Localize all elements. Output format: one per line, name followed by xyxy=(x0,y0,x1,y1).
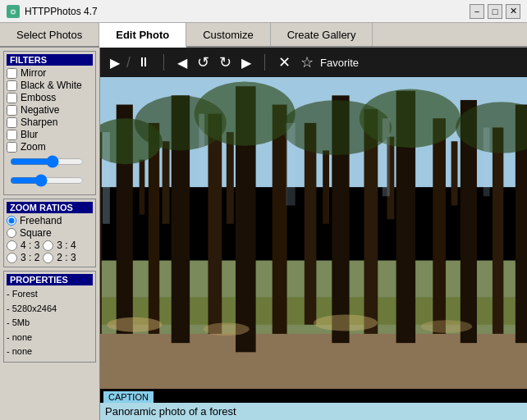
zoom-ratios-section: ZOOM RATIOS Freehand Square 4 : 3 3 : 4 … xyxy=(3,199,96,267)
svg-point-33 xyxy=(421,320,473,333)
svg-point-30 xyxy=(108,317,163,332)
forest-image xyxy=(100,77,527,389)
left-panel: FILTERS Mirror Black & White Emboss Nega… xyxy=(0,48,100,420)
title-bar: HTTPPhotos 4.7 − □ ✕ xyxy=(0,0,527,23)
zoom-32-label: 3 : 2 xyxy=(21,252,39,263)
right-panel: ▶ / ⏸ ◀ ↺ ↻ ▶ ✕ ☆ Favorite xyxy=(100,48,527,420)
contrast-slider-container xyxy=(7,173,93,190)
minimize-button[interactable]: − xyxy=(470,4,484,19)
svg-point-36 xyxy=(195,82,296,146)
tab-select-photos[interactable]: Select Photos xyxy=(0,23,99,46)
maximize-button[interactable]: □ xyxy=(488,4,502,19)
svg-rect-43 xyxy=(383,118,390,196)
action-controls: ✕ ☆ Favorite xyxy=(275,52,359,73)
rotate-left-button[interactable]: ↺ xyxy=(194,52,213,73)
playback-controls: ▶ / ⏸ xyxy=(107,53,154,72)
prop-extra2: - none xyxy=(7,345,93,359)
caption-area: CAPTION xyxy=(100,389,527,420)
filter-blur-label: Blur xyxy=(21,129,38,140)
contrast-slider[interactable] xyxy=(10,175,84,186)
nav-tabs: Select Photos Edit Photo Customize Creat… xyxy=(0,23,527,48)
filters-section: FILTERS Mirror Black & White Emboss Nega… xyxy=(3,51,96,195)
zoom-freehand-radio[interactable] xyxy=(7,216,16,226)
svg-rect-11 xyxy=(140,160,145,215)
filter-mirror-checkbox[interactable] xyxy=(7,68,17,79)
zoom-freehand-label: Freehand xyxy=(20,215,62,226)
zoom-32-radio[interactable] xyxy=(7,253,17,263)
zoom-43-label: 4 : 3 xyxy=(21,240,39,251)
tab-edit-photo[interactable]: Edit Photo xyxy=(99,23,186,48)
properties-section: PROPERTIES - Forest - 5280x2464 - 5Mb - … xyxy=(3,271,96,363)
zoom-43-radio[interactable] xyxy=(7,240,17,251)
svg-point-31 xyxy=(204,323,250,336)
filter-sharpen-label: Sharpen xyxy=(21,116,57,128)
close-button[interactable]: ✕ xyxy=(506,4,520,19)
app-title: HTTPPhotos 4.7 xyxy=(25,6,98,17)
playback-sep: / xyxy=(126,54,131,71)
brightness-slider-container xyxy=(7,154,93,171)
filter-zoom-label: Zoom xyxy=(21,141,46,153)
caption-input[interactable] xyxy=(100,403,527,420)
zoom-ratios-header: ZOOM RATIOS xyxy=(7,202,93,213)
brightness-slider[interactable] xyxy=(10,156,84,167)
filter-blur: Blur xyxy=(7,129,93,140)
tab-create-gallery[interactable]: Create Gallery xyxy=(271,23,373,46)
properties-list: - Forest - 5280x2464 - 5Mb - none - none xyxy=(7,287,93,359)
zoom-23-radio[interactable] xyxy=(43,253,53,263)
filter-emboss-checkbox[interactable] xyxy=(7,93,17,103)
filter-negative-label: Negative xyxy=(21,104,59,116)
zoom-square: Square xyxy=(7,227,93,239)
rotate-right-button[interactable]: ↻ xyxy=(216,52,235,73)
title-bar-controls: − □ ✕ xyxy=(470,4,520,19)
filter-bw: Black & White xyxy=(7,80,93,91)
main-content: FILTERS Mirror Black & White Emboss Nega… xyxy=(0,48,527,420)
svg-point-38 xyxy=(360,89,461,148)
svg-rect-42 xyxy=(286,123,295,206)
toolbar-divider-1 xyxy=(163,54,164,71)
navigation-controls: ◀ ↺ ↻ ▶ xyxy=(174,52,254,73)
filter-emboss-label: Emboss xyxy=(21,92,56,103)
filters-header: FILTERS xyxy=(7,54,93,66)
svg-point-2 xyxy=(12,11,15,13)
svg-rect-20 xyxy=(323,150,329,223)
prop-extra1: - none xyxy=(7,331,93,345)
toolbar-divider-2 xyxy=(264,54,265,71)
zoom-ratio-row-1: 4 : 3 3 : 4 xyxy=(7,240,93,251)
filter-bw-checkbox[interactable] xyxy=(7,80,17,91)
favorite-star-button[interactable]: ☆ xyxy=(297,52,317,73)
zoom-23-label: 2 : 3 xyxy=(57,252,76,263)
filter-negative: Negative xyxy=(7,104,93,116)
pause-button[interactable]: ⏸ xyxy=(134,53,154,71)
filter-blur-checkbox[interactable] xyxy=(7,130,17,140)
prev-button[interactable]: ◀ xyxy=(174,53,190,72)
filter-sharpen-checkbox[interactable] xyxy=(7,117,17,128)
svg-rect-41 xyxy=(199,114,204,187)
favorite-label: Favorite xyxy=(320,57,359,69)
next-button[interactable]: ▶ xyxy=(238,53,254,72)
filter-zoom: Zoom xyxy=(7,141,93,153)
svg-point-32 xyxy=(314,314,378,331)
zoom-34-radio[interactable] xyxy=(43,240,53,251)
zoom-square-radio[interactable] xyxy=(7,228,16,238)
svg-rect-18 xyxy=(305,123,317,325)
zoom-square-label: Square xyxy=(20,227,52,239)
caption-label: CAPTION xyxy=(103,391,154,403)
filter-zoom-checkbox[interactable] xyxy=(7,142,17,153)
zoom-34-label: 3 : 4 xyxy=(57,240,76,251)
title-bar-left: HTTPPhotos 4.7 xyxy=(7,5,98,18)
tab-customize[interactable]: Customize xyxy=(186,23,270,46)
filter-mirror: Mirror xyxy=(7,67,93,79)
prop-dimensions: - 5280x2464 xyxy=(7,302,93,317)
svg-rect-40 xyxy=(103,132,110,224)
close-photo-button[interactable]: ✕ xyxy=(275,52,294,73)
svg-rect-26 xyxy=(451,141,458,205)
play-button[interactable]: ▶ xyxy=(107,53,123,72)
filter-sharpen: Sharpen xyxy=(7,116,93,128)
filter-emboss: Emboss xyxy=(7,92,93,103)
photo-area[interactable] xyxy=(100,77,527,389)
filter-negative-checkbox[interactable] xyxy=(7,105,17,116)
svg-rect-27 xyxy=(493,127,503,333)
svg-rect-16 xyxy=(227,132,234,224)
prop-size: - 5Mb xyxy=(7,316,93,331)
filter-bw-label: Black & White xyxy=(21,80,82,91)
